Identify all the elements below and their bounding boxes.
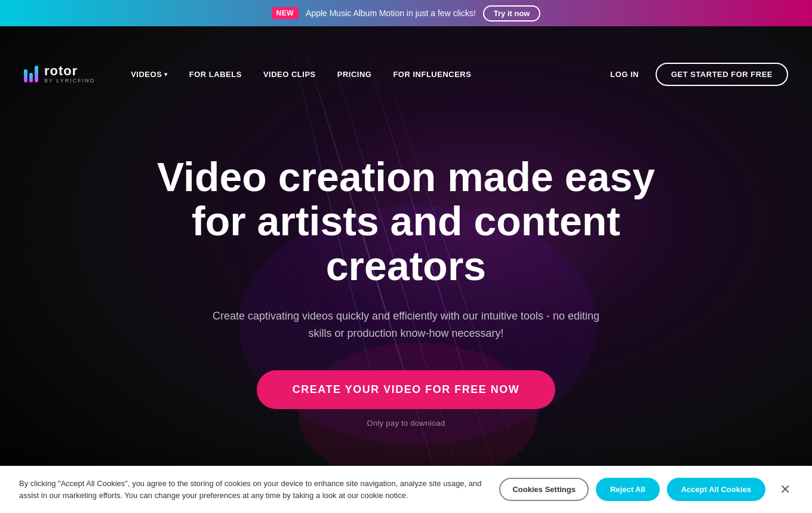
nav-for-labels[interactable]: FOR LABELS — [189, 70, 242, 79]
nav-pricing[interactable]: PRICING — [337, 70, 372, 79]
logo-name: rotor — [44, 64, 95, 78]
logo-bar-2 — [29, 73, 33, 82]
logo[interactable]: rotor BY LYRICFIND — [24, 64, 95, 84]
announcement-bar: NEW Apple Music Album Motion in just a f… — [0, 0, 812, 26]
new-badge: NEW — [272, 7, 299, 19]
logo-icon — [24, 66, 38, 82]
create-video-button[interactable]: CREATE YOUR VIDEO FOR FREE NOW — [257, 370, 555, 409]
cookie-buttons: Cookies Settings Reject All Accept All C… — [499, 478, 765, 501]
logo-byline: BY LYRICFIND — [44, 78, 95, 84]
nav-videos[interactable]: VIDEOS ▾ — [131, 70, 168, 79]
only-pay-text: Only pay to download — [137, 419, 675, 428]
hero-title: Video creation made easy for artists and… — [137, 155, 675, 288]
reject-all-button[interactable]: Reject All — [596, 478, 660, 501]
hero-section: rotor BY LYRICFIND VIDEOS ▾ FOR LABELS V… — [0, 26, 812, 513]
cookies-settings-button[interactable]: Cookies Settings — [499, 478, 588, 501]
get-started-button[interactable]: GET STARTED FOR FREE — [656, 63, 788, 86]
try-it-now-button[interactable]: Try it now — [483, 5, 541, 21]
navbar: rotor BY LYRICFIND VIDEOS ▾ FOR LABELS V… — [0, 53, 812, 96]
hero-content: Video creation made easy for artists and… — [113, 155, 699, 428]
nav-for-influencers[interactable]: FOR INFLUENCERS — [393, 70, 471, 79]
chevron-down-icon: ▾ — [164, 71, 168, 78]
logo-bar-1 — [24, 69, 27, 82]
cookie-close-button[interactable]: ✕ — [777, 481, 793, 499]
hero-subtitle: Create captivating videos quickly and ef… — [203, 308, 609, 342]
accept-all-cookies-button[interactable]: Accept All Cookies — [667, 478, 765, 501]
logo-bar-3 — [35, 66, 38, 82]
cookie-banner: By clicking "Accept All Cookies", you ag… — [0, 466, 812, 513]
cookie-text: By clicking "Accept All Cookies", you ag… — [19, 478, 487, 501]
main-nav: VIDEOS ▾ FOR LABELS VIDEO CLIPS PRICING … — [131, 70, 471, 79]
login-link[interactable]: LOG IN — [610, 70, 639, 79]
nav-video-clips[interactable]: VIDEO CLIPS — [263, 70, 316, 79]
nav-right: LOG IN GET STARTED FOR FREE — [610, 63, 788, 86]
announcement-text: Apple Music Album Motion in just a few c… — [306, 8, 476, 18]
logo-text: rotor BY LYRICFIND — [44, 64, 95, 84]
